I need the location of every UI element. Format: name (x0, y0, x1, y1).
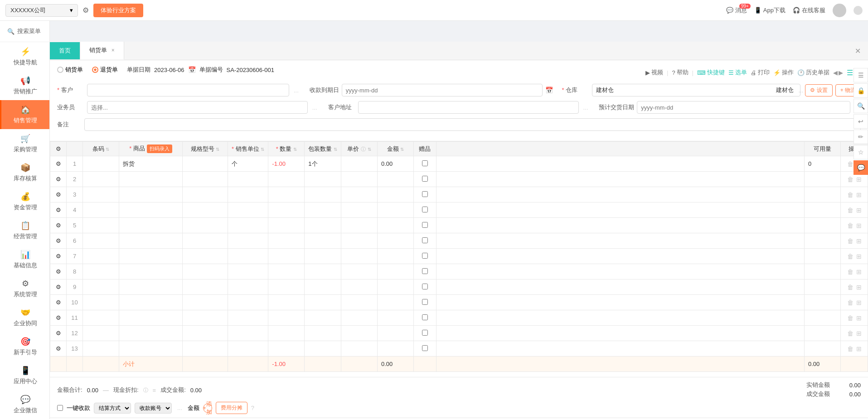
payment-calendar-icon[interactable]: 📅 (545, 87, 553, 94)
row-gift[interactable] (413, 156, 436, 172)
tab-sales-order[interactable]: 销货单 × (80, 42, 124, 60)
row-settings[interactable]: ⚙ (50, 172, 67, 187)
row-gift[interactable] (413, 172, 436, 187)
row-price[interactable] (341, 310, 377, 326)
history-btn[interactable]: 🕐 历史单据 (797, 68, 829, 77)
video-btn[interactable]: ▶ 视频 (645, 68, 663, 77)
float-btn-2[interactable]: 🔒 (853, 83, 868, 98)
delete-row-icon[interactable]: 🗑 (847, 207, 853, 214)
copy-row-icon[interactable]: ⊞ (856, 299, 862, 306)
row-product[interactable] (119, 218, 183, 233)
row-barcode[interactable] (83, 249, 119, 264)
delete-row-icon[interactable]: 🗑 (847, 222, 853, 229)
row-gift[interactable] (413, 341, 436, 356)
row-gift[interactable] (413, 187, 436, 202)
row-spec[interactable] (183, 202, 228, 218)
message-item[interactable]: 💬 消息 99+ (726, 6, 747, 14)
row-amount[interactable] (377, 264, 413, 279)
row-amount[interactable] (377, 187, 413, 202)
copy-row-icon[interactable]: ⊞ (856, 191, 862, 198)
setup-button[interactable]: ⚙ 设置 (805, 84, 832, 96)
row-unit[interactable] (228, 218, 268, 233)
price-info-icon[interactable]: ⓘ (361, 146, 366, 152)
row-unit[interactable] (228, 310, 268, 326)
row-spec[interactable] (183, 264, 228, 279)
account-dots[interactable]: ... (175, 405, 184, 411)
row-price[interactable] (341, 233, 377, 249)
prev-arrow[interactable]: ◀ (833, 69, 838, 76)
row-barcode[interactable] (83, 279, 119, 295)
row-amount[interactable] (377, 202, 413, 218)
delete-row-icon[interactable]: 🗑 (847, 191, 853, 198)
row-qty[interactable] (268, 295, 305, 310)
amount-sort-icon[interactable]: ⇅ (400, 147, 404, 152)
sidebar-item-inventory[interactable]: 📦 库存核算 (0, 158, 49, 187)
copy-row-icon[interactable]: ⊞ (856, 207, 862, 214)
gear-button[interactable]: ⚙ (82, 6, 89, 14)
row-spec[interactable] (183, 279, 228, 295)
row-qty[interactable] (268, 187, 305, 202)
sidebar-item-guide[interactable]: 🎯 新手引导 (0, 332, 49, 361)
copy-row-icon[interactable]: ⊞ (856, 222, 862, 229)
row-product[interactable] (119, 279, 183, 295)
sidebar-item-sales[interactable]: 🏠 销售管理 (0, 100, 49, 129)
payment-date-input[interactable] (342, 84, 543, 96)
salesperson-input[interactable] (87, 101, 308, 114)
row-price[interactable] (341, 249, 377, 264)
row-spec[interactable] (183, 218, 228, 233)
row-qty[interactable] (268, 202, 305, 218)
copy-row-icon[interactable]: ⊞ (856, 253, 862, 260)
delete-row-icon[interactable]: 🗑 (847, 330, 853, 337)
row-amount[interactable] (377, 295, 413, 310)
row-unit[interactable]: 个 (228, 156, 268, 172)
expected-date-input[interactable] (637, 101, 850, 114)
row-settings[interactable]: ⚙ (50, 187, 67, 202)
row-settings[interactable]: ⚙ (50, 156, 67, 172)
sidebar-item-basic[interactable]: 📊 基础信息 (0, 245, 49, 274)
row-unit[interactable] (228, 279, 268, 295)
row-gift[interactable] (413, 249, 436, 264)
row-unit[interactable] (228, 233, 268, 249)
row-amount[interactable] (377, 249, 413, 264)
row-amount[interactable]: 0.00 (377, 156, 413, 172)
row-barcode[interactable] (83, 187, 119, 202)
copy-row-icon[interactable]: ⊞ (856, 284, 862, 291)
avatar[interactable] (833, 4, 846, 17)
copy-row-icon[interactable]: ⊞ (856, 268, 862, 275)
row-gift[interactable] (413, 295, 436, 310)
row-settings[interactable]: ⚙ (50, 249, 67, 264)
sidebar-item-quick-nav[interactable]: ⚡ 快捷导航 (0, 42, 49, 71)
row-amount[interactable] (377, 218, 413, 233)
calc-method-select[interactable]: 结算方式 (94, 403, 131, 414)
tab-close-icon[interactable]: × (112, 47, 115, 53)
row-pkg[interactable] (305, 233, 341, 249)
row-pkg[interactable] (305, 341, 341, 356)
row-price[interactable] (341, 279, 377, 295)
sidebar-item-appcenter[interactable]: 📱 应用中心 (0, 361, 49, 390)
row-barcode[interactable] (83, 202, 119, 218)
row-product[interactable] (119, 264, 183, 279)
row-price[interactable] (341, 295, 377, 310)
row-qty[interactable] (268, 279, 305, 295)
price-sort-icon[interactable]: ⇅ (368, 147, 371, 152)
row-product[interactable]: 拆货 (119, 156, 183, 172)
list-view-btn[interactable]: ☰ (847, 68, 853, 77)
row-settings[interactable]: ⚙ (50, 202, 67, 218)
row-spec[interactable] (183, 295, 228, 310)
row-barcode[interactable] (83, 326, 119, 341)
row-barcode[interactable] (83, 218, 119, 233)
row-gift[interactable] (413, 326, 436, 341)
row-settings[interactable]: ⚙ (50, 326, 67, 341)
row-product[interactable] (119, 326, 183, 341)
row-pkg[interactable] (305, 264, 341, 279)
row-settings[interactable]: ⚙ (50, 218, 67, 233)
row-pkg[interactable] (305, 279, 341, 295)
delete-row-icon[interactable]: 🗑 (847, 284, 853, 291)
help-question-icon[interactable]: ? (251, 405, 254, 411)
copy-row-icon[interactable]: ⊞ (856, 345, 862, 352)
row-pkg[interactable] (305, 202, 341, 218)
row-qty[interactable] (268, 172, 305, 187)
date-calendar-icon[interactable]: 📅 (188, 66, 196, 73)
float-btn-3[interactable]: 🔍 (853, 99, 868, 113)
next-arrow[interactable]: ▶ (839, 69, 843, 76)
